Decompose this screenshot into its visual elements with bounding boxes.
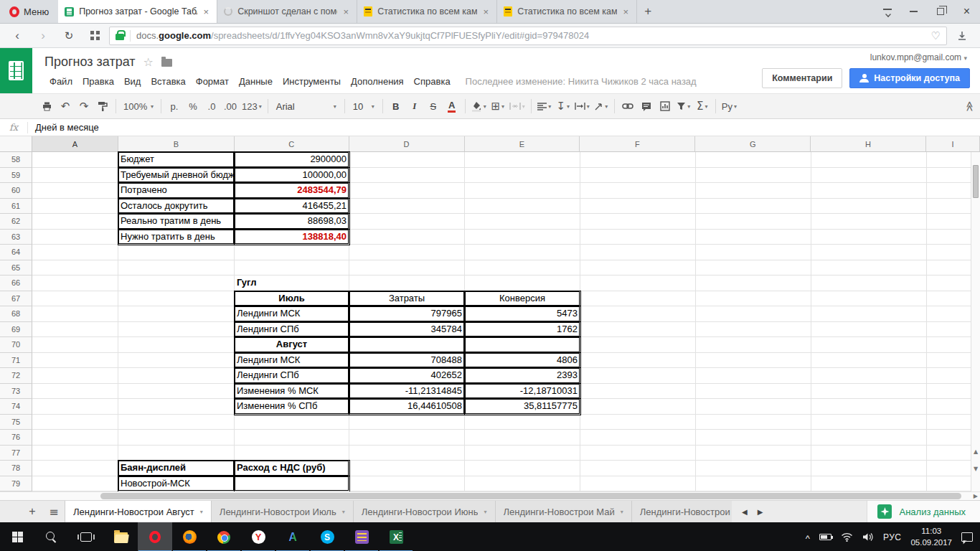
cell-A75[interactable]	[32, 415, 118, 430]
cell-A68[interactable]	[32, 306, 118, 322]
cell-A62[interactable]	[32, 214, 118, 230]
taskbar-search[interactable]	[34, 522, 69, 551]
cell-F69[interactable]	[580, 322, 696, 338]
cell-D79[interactable]	[349, 476, 465, 492]
downloads-button[interactable]	[950, 26, 974, 46]
cell-B79[interactable]: Новострой-МСК	[118, 476, 235, 492]
action-center-icon[interactable]	[961, 532, 973, 542]
menu-Инструменты[interactable]: Инструменты	[278, 75, 346, 88]
cell-F68[interactable]	[580, 306, 696, 322]
cell-H75[interactable]	[811, 415, 927, 430]
cell-A70[interactable]	[32, 337, 118, 353]
cell-B62[interactable]: Реально тратим в день	[118, 214, 235, 230]
cell-E67[interactable]: Конверсия	[465, 291, 580, 307]
row-header-76[interactable]: 76	[0, 430, 32, 446]
font-select[interactable]: Arial▾	[272, 97, 341, 116]
cell-C73[interactable]: Изменения % МСК	[235, 384, 349, 400]
cell-D65[interactable]	[349, 260, 465, 276]
row-header-75[interactable]: 75	[0, 415, 32, 430]
cell-D70[interactable]	[349, 337, 465, 353]
taskbar-excel[interactable]: X	[379, 522, 413, 551]
horizontal-scrollbar[interactable]: ▶	[0, 491, 980, 500]
decrease-decimal-button[interactable]: .0	[202, 97, 221, 116]
cell-D62[interactable]	[349, 214, 465, 230]
taskbar-direct-commander[interactable]	[344, 522, 379, 551]
star-icon[interactable]: ☆	[143, 55, 154, 69]
cell-C59[interactable]: 100000,00	[235, 168, 349, 184]
cell-F58[interactable]	[580, 152, 696, 168]
cell-G74[interactable]	[696, 399, 811, 415]
cell-D61[interactable]	[349, 199, 465, 215]
cell-F64[interactable]	[580, 245, 696, 260]
bookmark-heart-icon[interactable]: ♡	[931, 29, 941, 42]
cell-H58[interactable]	[811, 152, 927, 168]
cell-D76[interactable]	[349, 430, 465, 446]
borders-button[interactable]: ⊞▾	[489, 97, 507, 116]
row-header-70[interactable]: 70	[0, 337, 32, 353]
cell-A58[interactable]	[32, 152, 118, 168]
cell-B75[interactable]	[118, 415, 235, 430]
account-menu[interactable]: lunkov.mpn@gmail.com ▾	[762, 52, 967, 62]
tab-close-icon[interactable]: ×	[482, 6, 491, 17]
taskbar-file-explorer[interactable]	[103, 522, 138, 551]
cell-F59[interactable]	[580, 168, 696, 184]
cell-E78[interactable]	[465, 461, 580, 476]
row-header-65[interactable]: 65	[0, 260, 32, 276]
cell-B73[interactable]	[118, 384, 235, 400]
wifi-icon[interactable]	[841, 532, 853, 542]
cell-C74[interactable]: Изменения % СПб	[235, 399, 349, 415]
browser-tab-3[interactable]: Статистика по всем камп×	[497, 0, 637, 23]
cell-A66[interactable]	[32, 276, 118, 291]
close-button[interactable]: ×	[953, 0, 980, 24]
cell-G69[interactable]	[696, 322, 811, 338]
cell-E73[interactable]: -12,18710031	[465, 384, 580, 400]
sheet-tab-0[interactable]: Лендинги-Новострои Август▾	[65, 501, 212, 522]
cell-F79[interactable]	[580, 476, 696, 492]
cell-G75[interactable]	[696, 415, 811, 430]
language-indicator[interactable]: РУС	[883, 532, 902, 542]
cell-C67[interactable]: Июль	[235, 291, 349, 307]
cell-C66[interactable]: Гугл	[235, 276, 349, 291]
reload-button[interactable]: ↻	[57, 26, 80, 46]
share-button[interactable]: Настройки доступа	[849, 68, 970, 88]
cell-B71[interactable]	[118, 353, 235, 369]
column-header-I[interactable]: I	[926, 136, 980, 152]
vertical-align-button[interactable]: ↧▾	[554, 97, 573, 116]
cell-H77[interactable]	[811, 446, 927, 461]
cell-A78[interactable]	[32, 461, 118, 476]
cell-A60[interactable]	[32, 183, 118, 199]
cell-B60[interactable]: Потрачено	[118, 183, 235, 199]
cell-H65[interactable]	[811, 260, 927, 276]
cell-A65[interactable]	[32, 260, 118, 276]
cell-A67[interactable]	[32, 291, 118, 307]
more-formats-button[interactable]: 123▾	[240, 97, 264, 116]
cell-C78[interactable]: Расход с НДС (руб)	[235, 461, 349, 476]
cell-G76[interactable]	[696, 430, 811, 446]
cell-A61[interactable]	[32, 199, 118, 215]
scroll-up-button[interactable]: ▲	[971, 444, 980, 458]
sheet-tab-1[interactable]: Лендинги-Новострои Июль▾	[212, 501, 354, 522]
cell-E62[interactable]	[465, 214, 580, 230]
comments-button[interactable]: Комментарии	[762, 68, 842, 88]
cell-C60[interactable]: 2483544,79	[235, 183, 349, 199]
row-header-68[interactable]: 68	[0, 306, 32, 322]
back-button[interactable]: ‹	[6, 26, 29, 46]
column-header-D[interactable]: D	[349, 136, 465, 152]
row-header-62[interactable]: 62	[0, 214, 32, 230]
cell-G62[interactable]	[696, 214, 811, 230]
menu-Дополнения[interactable]: Дополнения	[346, 75, 409, 88]
cell-H61[interactable]	[811, 199, 927, 215]
undo-button[interactable]: ↶	[56, 97, 75, 116]
row-header-61[interactable]: 61	[0, 199, 32, 215]
cell-C75[interactable]	[235, 415, 349, 430]
cell-B70[interactable]	[118, 337, 235, 353]
column-header-B[interactable]: B	[118, 136, 235, 152]
cell-B59[interactable]: Требуемый дневной бюдж	[118, 168, 235, 184]
menu-Вид[interactable]: Вид	[119, 75, 146, 88]
cell-C76[interactable]	[235, 430, 349, 446]
paint-format-button[interactable]	[93, 97, 112, 116]
menu-Формат[interactable]: Формат	[191, 75, 234, 88]
cell-H72[interactable]	[811, 368, 927, 384]
cell-H64[interactable]	[811, 245, 927, 260]
input-tools-button[interactable]: Ру▾	[720, 97, 739, 116]
